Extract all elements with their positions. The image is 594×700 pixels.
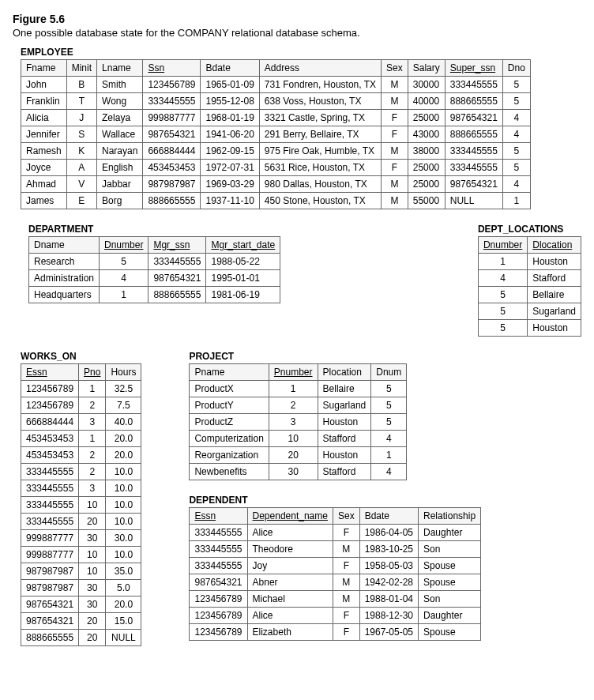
column-header: Dnumber	[100, 237, 148, 254]
table-row: 987987987305.0	[21, 580, 141, 597]
table-row: Newbenefits30Stafford4	[190, 464, 407, 480]
table-row: AhmadVJabbar9879879871969-03-29980 Dalla…	[21, 176, 531, 193]
table-cell: 10	[79, 497, 106, 514]
column-header: Hours	[106, 364, 141, 381]
table-cell: M	[333, 574, 359, 591]
table-cell: 3	[79, 480, 106, 497]
table-cell: Joyce	[21, 160, 67, 176]
table-row: 453453453220.0	[21, 447, 141, 464]
table-cell: 4	[478, 270, 527, 287]
table-cell: 987987987	[143, 176, 201, 193]
table-row: 5Houston	[478, 320, 581, 337]
table-row: 333445555210.0	[21, 464, 141, 480]
table-cell: 2	[269, 397, 318, 414]
table-cell: 3	[79, 414, 106, 431]
table-row: Administration49876543211995-01-01	[29, 270, 280, 287]
figure-title: Figure 5.6	[13, 13, 581, 25]
table-cell: 1937-11-10	[201, 193, 259, 209]
table-cell: 1942-02-28	[359, 574, 418, 591]
table-cell: Jabbar	[97, 176, 143, 193]
table-cell: S	[66, 126, 96, 143]
table-cell: F	[382, 160, 408, 176]
table-cell: 30	[269, 464, 318, 480]
table-cell: ProductZ	[190, 414, 269, 431]
table-cell: John	[21, 77, 67, 93]
table-cell: 888665555	[445, 93, 502, 110]
table-cell: 987654321	[143, 126, 201, 143]
table-cell: 10.0	[106, 547, 141, 563]
table-cell: J	[66, 110, 96, 126]
table-row: JamesEBorg8886655551937-11-10450 Stone, …	[21, 193, 531, 209]
table-cell: 10	[269, 431, 318, 447]
table-cell: 333445555	[190, 558, 247, 574]
table-cell: K	[66, 143, 96, 160]
table-cell: Son	[419, 541, 481, 558]
table-cell: 1995-01-01	[206, 270, 280, 287]
table-cell: Son	[419, 591, 481, 608]
table-cell: 1	[478, 254, 527, 270]
table-cell: 1	[100, 287, 148, 303]
table-cell: 10.0	[106, 497, 141, 514]
table-cell: Jennifer	[21, 126, 67, 143]
table-cell: 43000	[408, 126, 445, 143]
table-cell: Daughter	[419, 608, 481, 624]
table-cell: 5	[478, 287, 527, 303]
table-cell: 1	[502, 193, 530, 209]
table-cell: 5	[100, 254, 148, 270]
table-cell: 40.0	[106, 414, 141, 431]
column-header: Sex	[333, 508, 359, 525]
table-cell: 333445555	[445, 77, 502, 93]
table-cell: 4	[502, 176, 530, 193]
table-cell: 20.0	[106, 447, 141, 464]
table-cell: 30	[79, 597, 106, 613]
table-cell: 123456789	[21, 381, 79, 397]
column-header: Dnum	[371, 364, 407, 381]
column-header: Bdate	[359, 508, 418, 525]
dept-locations-label: DEPT_LOCATIONS	[478, 224, 581, 235]
table-row: 9998877771010.0	[21, 547, 141, 563]
table-cell: Bellaire	[528, 287, 581, 303]
table-cell: Sugarland	[318, 397, 371, 414]
table-cell: 30.0	[106, 530, 141, 547]
project-label: PROJECT	[189, 351, 481, 362]
table-cell: 333445555	[190, 525, 247, 541]
table-row: 123456789AliceF1988-12-30Daughter	[190, 608, 481, 624]
table-row: Computerization10Stafford4	[190, 431, 407, 447]
table-cell: 10.0	[106, 480, 141, 497]
dependent-table: EssnDependent_nameSexBdateRelationship33…	[189, 507, 481, 641]
table-cell: M	[382, 193, 408, 209]
table-cell: 333445555	[190, 541, 247, 558]
table-cell: 5	[371, 414, 407, 431]
table-cell: 5	[478, 303, 527, 320]
table-cell: 638 Voss, Houston, TX	[259, 93, 381, 110]
table-row: 88866555520NULL	[21, 630, 141, 646]
table-cell: 333445555	[445, 160, 502, 176]
column-header: Dependent_name	[247, 508, 333, 525]
column-header: Dname	[29, 237, 100, 254]
table-cell: 291 Berry, Bellaire, TX	[259, 126, 381, 143]
works-on-table: EssnPnoHours123456789132.512345678927.56…	[21, 363, 141, 646]
table-cell: 2	[79, 447, 106, 464]
table-cell: 4	[502, 110, 530, 126]
table-cell: 1988-05-22	[206, 254, 280, 270]
table-cell: 975 Fire Oak, Humble, TX	[259, 143, 381, 160]
table-cell: 888665555	[445, 126, 502, 143]
table-cell: 35.0	[106, 563, 141, 580]
table-cell: Alice	[247, 525, 333, 541]
table-cell: 10.0	[106, 464, 141, 480]
table-cell: 333445555	[445, 143, 502, 160]
table-cell: F	[333, 558, 359, 574]
table-cell: 5	[478, 320, 527, 337]
employee-table: FnameMinitLnameSsnBdateAddressSexSalaryS…	[21, 59, 531, 209]
table-cell: M	[382, 93, 408, 110]
department-table: DnameDnumberMgr_ssnMgr_start_dateResearc…	[28, 236, 280, 303]
table-cell: 3321 Castle, Spring, TX	[259, 110, 381, 126]
table-cell: 25000	[408, 176, 445, 193]
table-row: 123456789ElizabethF1967-05-05Spouse	[190, 624, 481, 641]
table-row: AliciaJZelaya9998877771968-01-193321 Cas…	[21, 110, 531, 126]
table-cell: 10.0	[106, 514, 141, 530]
table-cell: Ahmad	[21, 176, 67, 193]
table-row: RameshKNarayan6668844441962-09-15975 Fir…	[21, 143, 531, 160]
table-cell: 5	[371, 397, 407, 414]
table-cell: 1988-12-30	[359, 608, 418, 624]
